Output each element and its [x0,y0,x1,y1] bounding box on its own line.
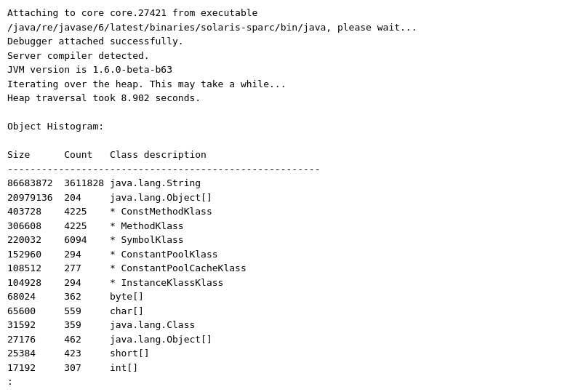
terminal-output: Attaching to core core.27421 from execut… [7,6,566,389]
